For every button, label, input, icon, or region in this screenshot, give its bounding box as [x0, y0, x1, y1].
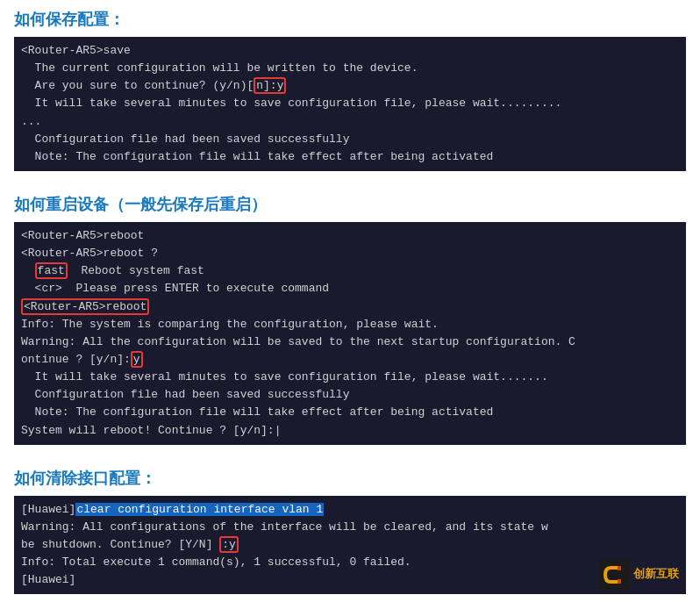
terminal-line: Info: The system is comparing the config… — [21, 316, 679, 333]
terminal-reboot: <Router-AR5>reboot <Router-AR5>reboot ? … — [14, 222, 686, 445]
svg-rect-1 — [618, 566, 621, 570]
terminal-line: ontinue ? [y/n]:y — [21, 351, 679, 369]
terminal-line: [Huawei] — [21, 571, 679, 589]
terminal-line: Configuration file had been saved succes… — [21, 386, 679, 404]
highlight-yn: n]:y — [254, 77, 286, 94]
terminal-line: <Router-AR5>reboot ? — [21, 245, 679, 262]
section-reboot-title: 如何重启设备（一般先保存后重启） — [14, 194, 686, 215]
terminal-line: System will reboot! Continue ? [y/n]:| — [21, 422, 679, 440]
watermark-brand-text: 创新互联 — [633, 566, 679, 584]
highlight-yn3: :y — [219, 536, 239, 553]
highlight-reboot-cmd: <Router-AR5>reboot — [21, 298, 149, 315]
terminal-line: <Router-AR5>reboot — [21, 227, 679, 245]
terminal-line: Note: The configuration file will take e… — [21, 148, 679, 166]
section-save-title: 如何保存配置： — [14, 9, 686, 30]
section-reboot: 如何重启设备（一般先保存后重启） <Router-AR5>reboot <Rou… — [0, 185, 700, 450]
terminal-line: be shutdown. Continue? [Y/N] :y — [21, 536, 679, 554]
section-save-config: 如何保存配置： <Router-AR5>save The current con… — [0, 0, 700, 176]
terminal-line: ... — [21, 113, 679, 131]
terminal-line: Are you sure to continue? (y/n)[n]:y — [21, 77, 679, 95]
terminal-line: <Router-AR5>reboot — [21, 298, 679, 316]
terminal-line: <cr> Please press ENTER to execute comma… — [21, 280, 679, 297]
terminal-line: <Router-AR5>save — [21, 42, 679, 60]
svg-rect-2 — [618, 579, 621, 584]
terminal-line: Warning: All configurations of the inter… — [21, 519, 679, 536]
terminal-line: [Huawei]clear configuration interface vl… — [21, 501, 679, 519]
terminal-line: Note: The configuration file will take e… — [21, 404, 679, 421]
highlight-y2: y — [131, 351, 143, 368]
terminal-line: It will take several minutes to save con… — [21, 95, 679, 112]
terminal-line: It will take several minutes to save con… — [21, 369, 679, 386]
terminal-line: The current configuration will be writte… — [21, 60, 679, 77]
terminal-save: <Router-AR5>save The current configurati… — [14, 37, 686, 171]
terminal-clear: [Huawei]clear configuration interface vl… — [14, 496, 686, 595]
svg-rect-0 — [598, 559, 630, 591]
terminal-line: fast Reboot system fast — [21, 262, 679, 280]
terminal-line: Info: Total execute 1 command(s), 1 succ… — [21, 554, 679, 571]
divider-1 — [0, 176, 700, 185]
highlight-clear-cmd: clear configuration interface vlan 1 — [75, 503, 324, 516]
terminal-line: Configuration file had been saved succes… — [21, 131, 679, 148]
watermark: 创新互联 — [598, 559, 679, 591]
terminal-line: Warning: All the configuration will be s… — [21, 333, 679, 351]
highlight-fast: fast — [35, 262, 68, 279]
section-clear-interface: 如何清除接口配置： [Huawei]clear configuration in… — [0, 459, 700, 600]
section-clear-title: 如何清除接口配置： — [14, 468, 686, 489]
watermark-logo-icon — [598, 559, 630, 591]
divider-2 — [0, 450, 700, 459]
